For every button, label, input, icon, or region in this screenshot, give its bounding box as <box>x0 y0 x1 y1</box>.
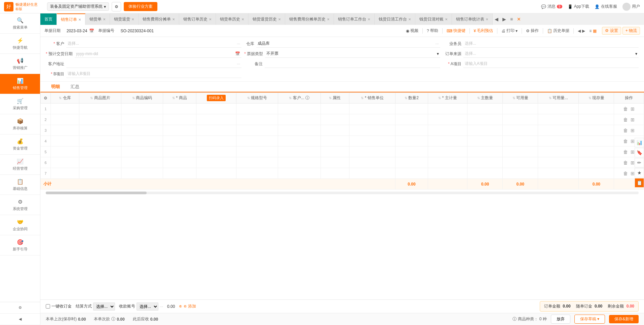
system-selector[interactable]: 装备及固定资产辅助管理系统 ▾ <box>47 2 109 11</box>
warehouse-more-icon[interactable]: ··· <box>435 41 439 46</box>
cell-available[interactable] <box>503 114 538 125</box>
sidebar-item-marketing[interactable]: 📢 营销推广 <box>0 54 40 74</box>
float-btn-2[interactable]: 🔖 <box>635 148 644 157</box>
cell-product[interactable] <box>163 147 196 157</box>
cell-attr[interactable] <box>320 168 349 179</box>
tab-summary[interactable]: 汇总 <box>65 82 85 92</box>
cell-product[interactable] <box>163 104 196 114</box>
cell-available[interactable] <box>503 136 538 147</box>
cell-qty2[interactable] <box>395 168 428 179</box>
cell-product[interactable] <box>163 125 196 136</box>
tab-home[interactable]: 首页 <box>40 13 57 25</box>
cell-main-unit[interactable] <box>428 168 467 179</box>
invoice-type-select[interactable]: 不开票 ▾ <box>265 50 440 58</box>
cell-unit[interactable] <box>349 114 395 125</box>
cell-main-qty[interactable] <box>467 104 503 114</box>
tab-close-icon[interactable]: ✕ <box>278 17 281 21</box>
cell-available2[interactable] <box>538 125 579 136</box>
online-service-btn[interactable]: 👤 在线客服 <box>595 4 617 9</box>
cell-stock[interactable] <box>579 136 614 147</box>
cell-main-qty[interactable] <box>467 157 503 168</box>
cell-product[interactable] <box>163 114 196 125</box>
cell-available2[interactable] <box>538 157 579 168</box>
cell-stock[interactable] <box>579 114 614 125</box>
cell-image[interactable] <box>79 168 121 179</box>
sidebar-item-search[interactable]: 🔍 搜索菜单 <box>0 13 40 34</box>
message-btn[interactable]: 💬 消息 9 <box>541 4 562 9</box>
delete-row-icon[interactable]: 🗑 <box>622 171 629 176</box>
cell-unit[interactable] <box>349 104 395 114</box>
tab-workbench[interactable]: 销售订单工作台 ✕ <box>334 13 375 25</box>
tab-prev-btn[interactable]: ◀ <box>493 13 500 25</box>
cell-main-unit[interactable] <box>428 147 467 157</box>
cell-warehouse[interactable] <box>51 136 79 147</box>
scrollbar-thumb[interactable] <box>46 192 147 194</box>
cell-stock[interactable] <box>579 125 614 136</box>
add-receipt-btn[interactable]: ⊕ ⊕ 添加 <box>179 303 196 309</box>
grid-view-icon[interactable]: ▦ <box>593 29 597 33</box>
tab-close-icon[interactable]: ✕ <box>327 17 330 21</box>
sidebar-collapse-btn[interactable]: ◀ <box>0 314 40 325</box>
sidebar-item-sales[interactable]: 📊 销售管理 <box>0 74 40 94</box>
save-draft-button[interactable]: 保存草稿 ▾ <box>574 315 605 324</box>
calendar-icon[interactable]: 📅 <box>89 29 94 33</box>
cell-warehouse[interactable] <box>51 114 79 125</box>
cell-spec[interactable] <box>236 114 278 125</box>
cell-warehouse[interactable] <box>51 125 79 136</box>
profit-btn[interactable]: ¥ 毛利预估 <box>474 28 493 34</box>
cell-customer-code[interactable] <box>278 168 320 179</box>
sidebar-item-purchase[interactable]: 🛒 采购管理 <box>0 94 40 114</box>
address-more-icon[interactable]: ··· <box>237 62 240 66</box>
add-logistics-btn[interactable]: + 物流 <box>622 27 640 35</box>
salesperson-input-area[interactable]: 选择... <box>463 40 639 48</box>
address-input[interactable]: ··· <box>66 60 241 68</box>
tab-statistics[interactable]: 销售订单统计表 ✕ <box>452 13 493 25</box>
cell-warehouse[interactable] <box>51 147 79 157</box>
cell-image[interactable] <box>79 104 121 114</box>
cell-unit[interactable] <box>349 147 395 157</box>
cell-attr[interactable] <box>320 114 349 125</box>
receipt-account-select[interactable]: 选择... <box>137 302 158 311</box>
sidebar-item-enterprise[interactable]: 🤝 企业协同 <box>0 215 40 235</box>
tab-close-icon[interactable]: ✕ <box>103 17 106 21</box>
cell-qty2[interactable] <box>395 114 428 125</box>
copy-row-icon[interactable]: ⊞ <box>630 117 635 122</box>
cell-spec[interactable] <box>236 157 278 168</box>
cell-available2[interactable] <box>538 104 579 114</box>
cell-qty2[interactable] <box>395 147 428 157</box>
cell-main-unit[interactable] <box>428 157 467 168</box>
cell-available2[interactable] <box>538 114 579 125</box>
b-project-input[interactable]: 请输入B项目 <box>66 70 241 78</box>
cell-qty2[interactable] <box>395 157 428 168</box>
delete-row-icon[interactable]: 🗑 <box>622 149 629 155</box>
cell-qty2[interactable] <box>395 104 428 114</box>
cell-product[interactable] <box>163 168 196 179</box>
list-view-icon[interactable]: ≡ <box>589 29 592 33</box>
sidebar-settings-btn[interactable]: ⚙ <box>0 302 40 314</box>
cell-warehouse[interactable] <box>51 157 79 168</box>
delete-row-icon[interactable]: 🗑 <box>622 160 629 165</box>
cell-code[interactable] <box>121 125 163 136</box>
customer-input-area[interactable]: 选择... ··· <box>66 40 241 48</box>
cell-product[interactable] <box>163 157 196 168</box>
col-settings[interactable]: ⚙ <box>41 93 51 104</box>
cell-main-qty[interactable] <box>467 147 503 157</box>
app-download-btn[interactable]: 📱 App下载 <box>568 4 589 9</box>
cell-attr[interactable] <box>320 157 349 168</box>
cell-customer-code[interactable] <box>278 125 320 136</box>
cell-image[interactable] <box>79 136 121 147</box>
cell-customer-code[interactable] <box>278 104 320 114</box>
history-btn[interactable]: 📋 历史单据 <box>547 28 569 34</box>
cell-image[interactable] <box>79 157 121 168</box>
tab-close-icon[interactable]: ✕ <box>486 17 488 21</box>
delivery-date-input[interactable]: yyyy-mm-dd 📅 <box>75 50 241 58</box>
tab-close-icon[interactable]: ✕ <box>78 18 81 22</box>
cell-main-unit[interactable] <box>428 136 467 147</box>
tab-sales-order[interactable]: 销售订单 ✕ <box>57 13 85 25</box>
cell-customer-code[interactable] <box>278 114 320 125</box>
settings-gear-icon[interactable]: ⚙ <box>112 2 121 11</box>
print-btn[interactable]: 🖨 打印 ▾ <box>501 28 518 34</box>
warehouse-input-area[interactable]: 成品库 ··· <box>256 40 440 48</box>
tab-close-icon[interactable]: ✕ <box>172 17 175 21</box>
float-btn-5[interactable]: 📋 <box>635 178 644 188</box>
